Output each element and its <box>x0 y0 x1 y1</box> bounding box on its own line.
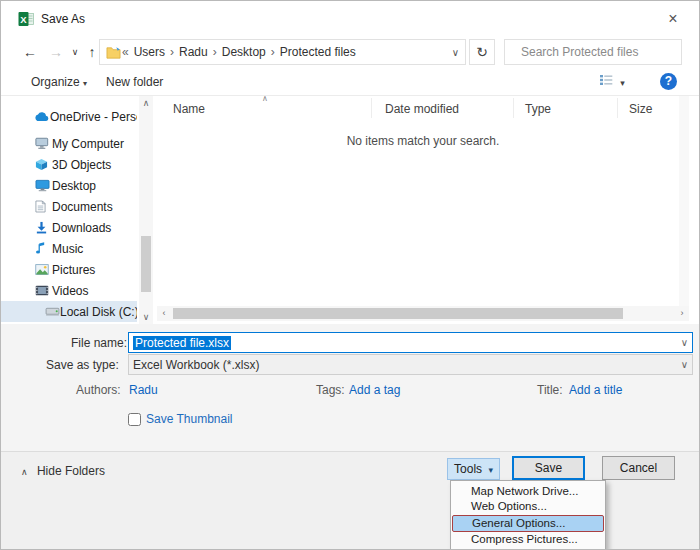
close-icon[interactable]: × <box>663 9 683 29</box>
film-icon <box>35 285 52 296</box>
music-note-icon <box>35 242 52 255</box>
sidebar-item-3d-objects[interactable]: 3D Objects <box>1 154 137 175</box>
sidebar-item-documents[interactable]: Documents <box>1 196 137 217</box>
authors-value-link[interactable]: Radu <box>129 380 158 400</box>
menu-item-general-options[interactable]: General Options... <box>452 515 604 532</box>
sidebar-item-label: Pictures <box>52 263 95 277</box>
scroll-down-icon[interactable]: ∨ <box>139 310 153 324</box>
sidebar-item-videos[interactable]: Videos <box>1 280 137 301</box>
refresh-icon[interactable]: ↻ <box>469 39 495 65</box>
save-button[interactable]: Save <box>512 456 585 480</box>
disk-drive-icon <box>45 306 60 317</box>
scrollbar-thumb[interactable] <box>173 308 623 319</box>
search-input[interactable] <box>521 45 676 59</box>
sidebar-item-my-computer[interactable]: My Computer <box>1 133 137 154</box>
sidebar-item-label: Downloads <box>52 221 111 235</box>
scroll-right-icon[interactable]: › <box>675 306 689 321</box>
sidebar-item-pictures[interactable]: Pictures <box>1 259 137 280</box>
breadcrumb-segment-protected-files[interactable]: Protected files <box>276 45 360 59</box>
sidebar-item-music[interactable]: Music <box>1 238 137 259</box>
breadcrumb-overflow[interactable]: « <box>121 45 130 59</box>
title-bar: X Save As × <box>1 1 699 37</box>
monitor-icon <box>35 179 52 192</box>
save-as-type-chevron-icon[interactable]: ∨ <box>681 359 688 370</box>
command-bar: Organize ▾ New folder ▾ ? <box>1 67 699 96</box>
save-as-dialog: X Save As × ← → ∨ ↑ « Users › Radu › Des… <box>0 0 700 550</box>
empty-list-message: No items match your search. <box>157 134 689 148</box>
chevron-up-icon: ∧ <box>21 467 28 477</box>
scroll-up-icon[interactable]: ∧ <box>139 96 153 110</box>
file-list-scrollbar[interactable] <box>679 96 689 306</box>
add-title-link[interactable]: Add a title <box>569 380 622 400</box>
horizontal-scrollbar[interactable]: ‹ › <box>157 306 689 321</box>
window-title: Save As <box>41 12 85 26</box>
back-icon[interactable]: ← <box>21 42 39 62</box>
scroll-left-icon[interactable]: ‹ <box>157 306 171 321</box>
sidebar-scrollbar[interactable]: ∧ ∨ <box>139 96 153 324</box>
file-list: ∧ Name Date modified Type Size No items … <box>157 96 689 306</box>
forward-icon[interactable]: → <box>47 42 65 62</box>
sidebar-item-label: Documents <box>52 200 113 214</box>
menu-item-compress-pictures[interactable]: Compress Pictures... <box>452 532 604 547</box>
tools-menu: Map Network Drive... Web Options... Gene… <box>450 480 606 550</box>
new-folder-button[interactable]: New folder <box>106 73 163 91</box>
navigation-pane: OneDrive - Person My Computer 3D Objects… <box>1 96 137 324</box>
sidebar-item-downloads[interactable]: Downloads <box>1 217 137 238</box>
recent-locations-chevron-icon[interactable]: ∨ <box>69 42 81 62</box>
breadcrumb: « Users › Radu › Desktop › Protected fil… <box>99 39 466 65</box>
sidebar-item-label: Desktop <box>52 179 96 193</box>
breadcrumb-segment-users[interactable]: Users <box>130 45 169 59</box>
sidebar-item-onedrive[interactable]: OneDrive - Person <box>1 106 137 127</box>
column-header-type[interactable]: Type <box>525 100 551 118</box>
tags-label: Tags: <box>316 380 345 400</box>
document-icon <box>35 200 52 213</box>
tools-chevron-icon: ▾ <box>488 465 493 475</box>
column-header-size[interactable]: Size <box>629 100 652 118</box>
organize-button[interactable]: Organize ▾ <box>31 73 87 91</box>
view-options-button[interactable]: ▾ <box>599 74 625 89</box>
folder-icon <box>106 46 121 59</box>
menu-item-web-options[interactable]: Web Options... <box>452 499 604 514</box>
save-as-type-select[interactable]: Excel Workbook (*.xlsx) ∨ <box>128 354 693 375</box>
column-header-date-modified[interactable]: Date modified <box>385 100 459 118</box>
breadcrumb-segment-desktop[interactable]: Desktop <box>218 45 270 59</box>
sidebar-item-label: My Computer <box>52 137 124 151</box>
file-name-input[interactable]: Protected file.xlsx ∨ <box>128 332 693 353</box>
sidebar-item-label: OneDrive - Person <box>50 110 137 124</box>
sort-ascending-icon: ∧ <box>262 94 268 103</box>
scrollbar-thumb[interactable] <box>141 236 151 292</box>
file-name-value: Protected file.xlsx <box>133 336 231 350</box>
organize-label: Organize <box>31 75 80 89</box>
add-tag-link[interactable]: Add a tag <box>349 380 400 400</box>
save-thumbnail-option: Save Thumbnail <box>128 412 233 426</box>
new-folder-label: New folder <box>106 75 163 89</box>
sidebar-item-desktop[interactable]: Desktop <box>1 175 137 196</box>
menu-item-map-network-drive[interactable]: Map Network Drive... <box>452 484 604 499</box>
hide-folders-button[interactable]: ∧ Hide Folders <box>21 464 105 478</box>
svg-text:X: X <box>20 14 27 25</box>
sidebar-item-local-disk-c[interactable]: Local Disk (C:) <box>1 301 137 322</box>
hide-folders-label: Hide Folders <box>37 464 105 478</box>
help-icon[interactable]: ? <box>660 73 677 90</box>
organize-chevron-icon: ▾ <box>83 79 87 88</box>
save-as-type-label: Save as type: <box>46 355 119 375</box>
tools-button[interactable]: Tools ▾ <box>447 458 500 480</box>
cancel-button[interactable]: Cancel <box>602 456 675 480</box>
file-name-chevron-icon[interactable]: ∨ <box>681 337 688 348</box>
cloud-icon <box>35 111 50 122</box>
sidebar-item-label: Music <box>52 242 83 256</box>
save-thumbnail-checkbox[interactable] <box>128 413 141 426</box>
title-label: Title: <box>537 380 563 400</box>
navigation-bar: ← → ∨ ↑ « Users › Radu › Desktop › Prote… <box>1 37 699 67</box>
save-as-type-value: Excel Workbook (*.xlsx) <box>133 358 259 372</box>
sidebar-item-label: Local Disk (C:) <box>60 305 137 319</box>
search-box <box>504 39 682 65</box>
breadcrumb-segment-radu[interactable]: Radu <box>175 45 212 59</box>
address-dropdown-chevron-icon[interactable]: ∨ <box>452 47 459 58</box>
computer-icon <box>35 137 52 150</box>
view-options-chevron-icon: ▾ <box>620 78 625 88</box>
excel-icon: X <box>18 11 34 27</box>
column-separator <box>617 98 618 118</box>
picture-icon <box>35 264 52 275</box>
column-header-name[interactable]: Name <box>173 100 205 118</box>
